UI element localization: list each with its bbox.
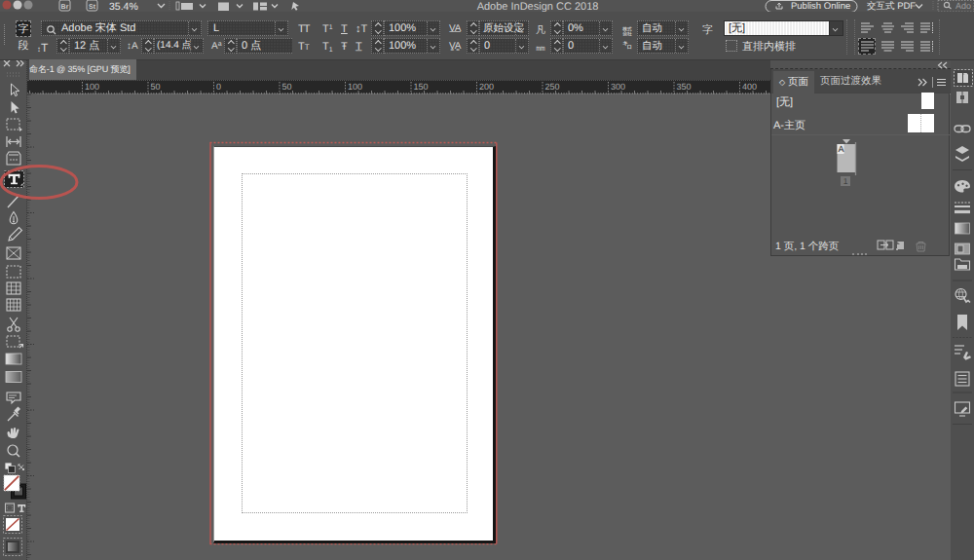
svg-text:A: A bbox=[839, 144, 844, 154]
svg-text:1: 1 bbox=[843, 176, 848, 186]
